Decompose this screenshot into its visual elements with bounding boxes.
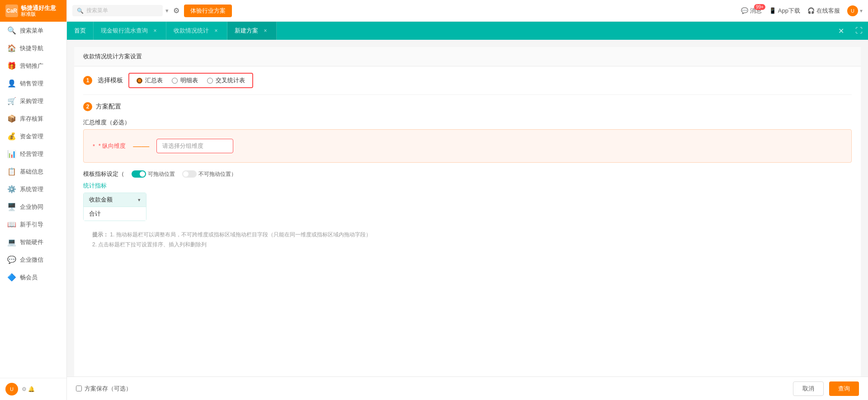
- radio-detail-label: 明细表: [180, 76, 198, 85]
- dimension-select[interactable]: 请选择分组维度: [156, 139, 233, 153]
- service-label: 在线客服: [816, 7, 840, 15]
- logo-text: 畅捷通好生意: [21, 5, 56, 12]
- tab-receipts-close[interactable]: ×: [212, 27, 220, 34]
- sidebar-item-label: 营销推广: [20, 62, 43, 70]
- tab-new-plan-close[interactable]: ×: [262, 27, 269, 34]
- section1: 1 选择模板 汇总表 明细表 交叉统计表: [74, 66, 861, 94]
- sidebar-item-quicknav[interactable]: 🏠 快捷导航: [0, 39, 66, 57]
- dimension-required-label: 汇总维度（必选）: [83, 119, 130, 126]
- sidebar-item-member[interactable]: 🔷 畅会员: [0, 268, 66, 286]
- user-avatar: U: [847, 5, 858, 16]
- sidebar-item-label: 资金管理: [20, 132, 43, 141]
- maximize-button[interactable]: ⛶: [850, 22, 868, 40]
- sidebar-logo: CaR 畅捷通好生意 标准版: [0, 0, 66, 22]
- dimension-row: * * 纵向维度 —— 请选择分组维度: [93, 139, 842, 153]
- logo-icon: CaR: [5, 5, 18, 17]
- indicator-total-cell: 合计: [84, 207, 146, 221]
- close-tab-button[interactable]: ✕: [832, 22, 850, 40]
- user-menu[interactable]: U ▾: [847, 5, 863, 16]
- sidebar-item-label: 基础信息: [20, 168, 43, 176]
- cart-icon: 🛒: [7, 97, 16, 105]
- laptop-icon: 💻: [7, 238, 16, 246]
- footer-buttons: 取消 查询: [793, 381, 859, 396]
- sidebar-item-purchase[interactable]: 🛒 采购管理: [0, 92, 66, 110]
- sidebar-item-label: 采购管理: [20, 97, 43, 105]
- section2-title: 方案配置: [96, 103, 121, 111]
- search-box[interactable]: 🔍 搜索菜单: [72, 5, 163, 16]
- tip1: 提示： 1. 拖动标题栏可以调整布局，不可跨维度或指标区域拖动栏目字段（只能在同…: [92, 230, 843, 240]
- download-button[interactable]: 📱 App下载: [769, 7, 800, 15]
- toggle-pill-nondraggable[interactable]: [182, 170, 197, 178]
- search-placeholder: 搜索菜单: [86, 7, 108, 14]
- tab-bank[interactable]: 现金银行流水查询 ×: [94, 22, 166, 40]
- notification-button[interactable]: 💬 消息 99+: [741, 7, 762, 15]
- topbar-right: 💬 消息 99+ 📱 App下载 🎧 在线客服 U ▾: [741, 5, 863, 16]
- sidebar-item-finance[interactable]: 💰 资金管理: [0, 127, 66, 145]
- cancel-button[interactable]: 取消: [793, 381, 824, 396]
- radio-summary-input[interactable]: [137, 78, 142, 84]
- non-draggable-toggle[interactable]: 不可拖动位置）: [182, 170, 236, 178]
- page-container: 收款情况统计方案设置 1 选择模板 汇总表 明细表 交叉统计表: [74, 47, 861, 393]
- radio-summary[interactable]: 汇总表: [137, 76, 163, 85]
- indicator-section: 模板指标设定（ 可拖动位置 不可拖动位置） 统计指标 收: [83, 170, 852, 221]
- tab-new-plan[interactable]: 新建方案 ×: [227, 22, 277, 40]
- sidebar-item-label: 系统管理: [20, 185, 43, 193]
- stat-indicator-label: 统计指标: [83, 182, 852, 190]
- radio-detail[interactable]: 明细表: [172, 76, 198, 85]
- sidebar-item-label: 搜索菜单: [20, 27, 43, 35]
- tab-new-plan-label: 新建方案: [235, 27, 258, 35]
- sidebar-item-hardware[interactable]: 💻 智能硬件: [0, 233, 66, 251]
- section1-title: 选择模板: [98, 76, 123, 85]
- service-button[interactable]: 🎧 在线客服: [807, 7, 840, 15]
- sidebar-item-wechat[interactable]: 💬 企业微信: [0, 251, 66, 268]
- non-draggable-label: 不可拖动位置）: [198, 170, 236, 178]
- indicator-table: 收款金额 ▾ 合计: [83, 193, 146, 221]
- settings-icon[interactable]: ⚙: [173, 6, 179, 15]
- sidebar-item-label: 快捷导航: [20, 44, 43, 52]
- section2-number: 2: [83, 102, 92, 111]
- indicator-header[interactable]: 收款金额 ▾: [84, 193, 146, 207]
- footer-icons: ⚙ 🔔: [22, 386, 35, 392]
- sidebar-item-enterprise[interactable]: 🖥️ 企业协同: [0, 198, 66, 216]
- sidebar-item-label: 库存核算: [20, 115, 43, 123]
- section2-header: 2 方案配置: [83, 102, 852, 111]
- service-icon: 🎧: [807, 7, 815, 14]
- diamond-icon: 🔷: [7, 273, 16, 282]
- sidebar-item-label: 企业协同: [20, 203, 43, 211]
- sidebar-item-marketing[interactable]: 🎁 营销推广: [0, 57, 66, 75]
- radio-cross-input[interactable]: [207, 78, 213, 84]
- user-icon: 👤: [7, 79, 16, 88]
- sidebar-item-sales[interactable]: 👤 销售管理: [0, 75, 66, 92]
- sidebar-item-system[interactable]: ⚙️ 系统管理: [0, 180, 66, 198]
- logo-sub: 标准版: [21, 11, 56, 17]
- topbar: 🔍 搜索菜单 ▾ ⚙ 体验行业方案 💬 消息 99+ 📱 App下载 🎧 在线客…: [67, 0, 868, 22]
- username: ▾: [860, 8, 863, 14]
- sidebar-item-beginner[interactable]: 📖 新手引导: [0, 216, 66, 233]
- box-icon: 📦: [7, 114, 16, 123]
- tab-receipts[interactable]: 收款情况统计 ×: [166, 22, 227, 40]
- tab-home-label: 首页: [74, 27, 86, 35]
- sidebar-item-inventory[interactable]: 📦 库存核算: [0, 110, 66, 127]
- query-button[interactable]: 查询: [829, 381, 859, 396]
- radio-cross[interactable]: 交叉统计表: [207, 76, 245, 85]
- tab-home[interactable]: 首页: [67, 22, 94, 40]
- dropdown-arrow[interactable]: ▾: [165, 7, 169, 14]
- industry-button[interactable]: 体验行业方案: [184, 5, 232, 17]
- sidebar-item-label: 销售管理: [20, 80, 43, 88]
- avatar: U: [5, 383, 18, 395]
- sidebar-footer: U ⚙ 🔔: [0, 378, 66, 400]
- sidebar-item-basic[interactable]: 📋 基础信息: [0, 163, 66, 180]
- tabbar: 首页 现金银行流水查询 × 收款情况统计 × 新建方案 × ✕ ⛶: [67, 22, 868, 40]
- main-content: 收款情况统计方案设置 1 选择模板 汇总表 明细表 交叉统计表: [67, 40, 868, 400]
- tab-bank-close[interactable]: ×: [151, 27, 159, 34]
- toggle-pill-draggable[interactable]: [132, 170, 146, 178]
- radio-detail-input[interactable]: [172, 78, 178, 84]
- sidebar-item-search[interactable]: 🔍 搜索菜单: [0, 22, 66, 39]
- save-checkbox[interactable]: [76, 386, 82, 391]
- gear-icon: ⚙️: [7, 185, 16, 193]
- tips-section: 提示： 1. 拖动标题栏可以调整布局，不可跨维度或指标区域拖动栏目字段（只能在同…: [83, 226, 852, 253]
- radio-cross-label: 交叉统计表: [216, 76, 245, 85]
- sidebar-item-operations[interactable]: 📊 经营管理: [0, 145, 66, 163]
- save-option[interactable]: 方案保存（可选）: [76, 385, 132, 393]
- draggable-toggle[interactable]: 可拖动位置: [132, 170, 175, 178]
